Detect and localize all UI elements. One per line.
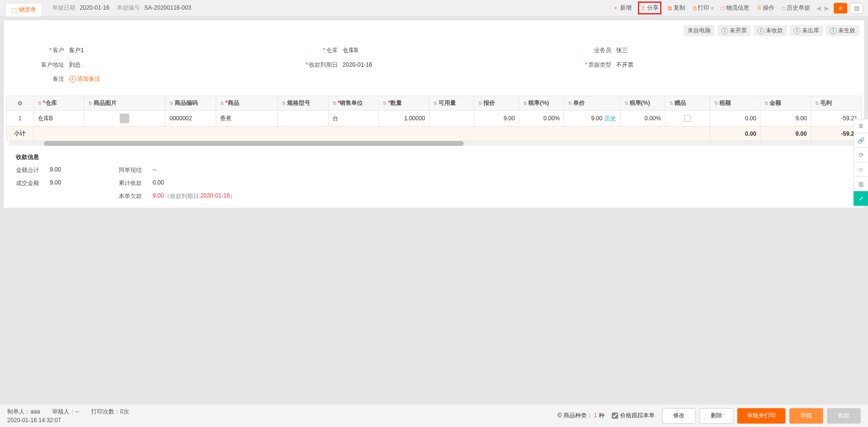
total-amount: 9.00 (50, 166, 61, 174)
side-note-icon[interactable]: 🗎 (854, 119, 868, 133)
document-tab[interactable]: ⬚ 销货单 (5, 3, 42, 16)
row-index: 1 (7, 111, 34, 127)
salesman-value[interactable]: 张三 (616, 46, 628, 55)
cell-warehouse[interactable]: 仓库B (33, 111, 84, 127)
col-image[interactable]: ⇅商品图片 (84, 96, 165, 111)
owe-amount: 9.00 (152, 192, 164, 200)
col-warehouse[interactable]: ⇅*仓库 (33, 96, 84, 111)
col-quote[interactable]: ⇅报价 (474, 96, 519, 111)
invoice-type-value[interactable]: 不开票 (616, 61, 634, 69)
col-profit[interactable]: ⇅毛利 (811, 96, 862, 111)
price-track-checkbox[interactable]: 价格跟踪本单 (612, 412, 655, 420)
share-button[interactable]: ⇧分享 (638, 1, 661, 14)
col-code[interactable]: ⇅商品编码 (165, 96, 216, 111)
warehouse-value[interactable]: 仓库B (343, 46, 358, 55)
address-redacted (81, 60, 208, 69)
info-icon: i (758, 28, 764, 34)
col-product[interactable]: ⇅*商品 (216, 96, 277, 111)
cell-unit[interactable]: 台 (328, 111, 379, 127)
auditor: -- (75, 408, 79, 415)
delete-button[interactable]: 删除 (700, 408, 733, 424)
subtotal-amount: 9.00 (760, 127, 811, 141)
history-link[interactable]: 历史 (605, 115, 616, 122)
document-sheet: 来自电脑 i未开票 i未收款 i未出库 i未生效 *客户客户1 *仓库仓库B 业… (4, 20, 864, 208)
cell-qty[interactable]: 1.00000 (379, 111, 429, 127)
col-unit[interactable]: ⇅*销售单位 (328, 96, 379, 111)
truck-icon: □ (721, 5, 725, 12)
col-spec[interactable]: ⇅规格型号 (277, 96, 328, 111)
cell-amount[interactable]: 9.00 (760, 111, 811, 127)
grid-icon: ⠿ (757, 5, 761, 12)
next-icon[interactable]: ▶ (825, 5, 829, 12)
cash-settle: -- (152, 166, 156, 174)
subtotal-row: 小计 0.00 9.00 -59.21 (7, 127, 862, 141)
gear-column[interactable]: ⚙ (7, 96, 34, 111)
col-qty[interactable]: ⇅*数量 (379, 96, 429, 111)
deal-amount: 9.00 (50, 179, 61, 187)
col-tax[interactable]: ⇅税额 (710, 96, 760, 111)
cell-product[interactable]: 香蕉 (216, 111, 277, 127)
chevron-down-icon: ▾ (711, 5, 714, 12)
cell-tax[interactable]: 0.00 (710, 111, 760, 127)
col-vat[interactable]: ⇅税率(%) (620, 96, 665, 111)
chip-ineffective: i未生效 (826, 25, 859, 36)
view-tile-button[interactable]: ▤ (850, 3, 863, 14)
cell-taxrate[interactable]: 0.00% (519, 111, 564, 127)
cell-image[interactable] (84, 111, 165, 127)
due-date-value[interactable]: 2020-01-16 (343, 61, 372, 68)
gift-checkbox[interactable] (684, 115, 691, 122)
cell-avail[interactable] (429, 111, 474, 127)
footer: 制单人：aaa 审核人：-- 打印次数：0次 2020-01-16 14:32:… (0, 404, 868, 427)
right-side-rail: 🗎 🔗 ⟳ ☺ ▥ ⤢ (854, 119, 868, 206)
add-remark-button[interactable]: + 添加备注 (69, 75, 100, 83)
modify-button[interactable]: 修改 (662, 408, 696, 424)
side-user-icon[interactable]: ☺ (854, 162, 868, 177)
col-price[interactable]: ⇅单价 (564, 96, 620, 111)
info-icon: i (830, 28, 837, 34)
col-gift[interactable]: ⇅赠品 (665, 96, 710, 111)
copy-button[interactable]: ⧉复制 (666, 3, 687, 13)
view-list-button[interactable]: ≡ (834, 3, 847, 14)
scrollbar-thumb[interactable] (44, 141, 464, 146)
maker: aaa (30, 408, 40, 415)
chip-unreceived: i未收款 (754, 25, 787, 36)
info-icon: i (794, 28, 800, 34)
print-button[interactable]: ⎙打印▾ (691, 3, 715, 13)
gear-icon: ⚙ (17, 100, 23, 107)
cell-price[interactable]: 9.00历史 (564, 111, 620, 127)
cell-quote[interactable]: 9.00 (474, 111, 519, 127)
cell-vat[interactable]: 0.00% (620, 111, 665, 127)
table-row[interactable]: 1 仓库B 0000002 香蕉 台 1.00000 9.00 0.00% 9.… (7, 111, 862, 127)
col-taxrate[interactable]: ⇅税率(%) (519, 96, 564, 111)
logistics-button[interactable]: □物流信息 (720, 3, 751, 13)
new-button[interactable]: ＋新增 (611, 3, 633, 13)
cell-spec[interactable] (277, 111, 328, 127)
receive-button[interactable]: 收款 (827, 408, 861, 424)
audit-print-button[interactable]: 审核并打印 (737, 408, 785, 424)
subtotal-tax: 0.00 (710, 127, 760, 141)
timestamp: 2020-01-16 14:32:07 (7, 417, 61, 424)
side-bar-icon[interactable]: ▥ (854, 177, 868, 191)
price-track-input[interactable] (612, 413, 618, 419)
side-expand-icon[interactable]: ⤢ (854, 191, 868, 206)
product-image-icon (120, 114, 129, 123)
payment-title: 收款信息 (16, 153, 852, 161)
side-link-icon[interactable]: 🔗 (854, 133, 868, 148)
cell-code[interactable]: 0000002 (165, 111, 216, 127)
side-clock-icon[interactable]: ⟳ (854, 148, 868, 162)
history-button[interactable]: □历史单据 (781, 3, 812, 13)
document-meta: 单据日期 2020-01-16 单据编号 SA-20200116-003 (52, 4, 192, 12)
cell-gift[interactable] (665, 111, 710, 127)
copy-icon: ⧉ (668, 5, 672, 12)
address-name[interactable]: 刘总 (69, 61, 81, 69)
operate-button[interactable]: ⠿操作 (756, 3, 776, 13)
status-row: 来自电脑 i未开票 i未收款 i未出库 i未生效 (4, 24, 864, 41)
top-actions: ＋新增 ⇧分享 ⧉复制 ⎙打印▾ □物流信息 ⠿操作 □历史单据 ◀ ▶ ≡ ▤ (611, 1, 864, 14)
customer-value[interactable]: 客户1 (69, 46, 84, 55)
horizontal-scrollbar[interactable] (9, 141, 859, 146)
audit-button[interactable]: 审核 (789, 408, 823, 424)
col-amount[interactable]: ⇅金额 (760, 96, 811, 111)
prev-icon[interactable]: ◀ (816, 5, 821, 12)
chip-uninvoiced: i未开票 (717, 25, 751, 36)
col-avail[interactable]: ⇅可用量 (429, 96, 474, 111)
